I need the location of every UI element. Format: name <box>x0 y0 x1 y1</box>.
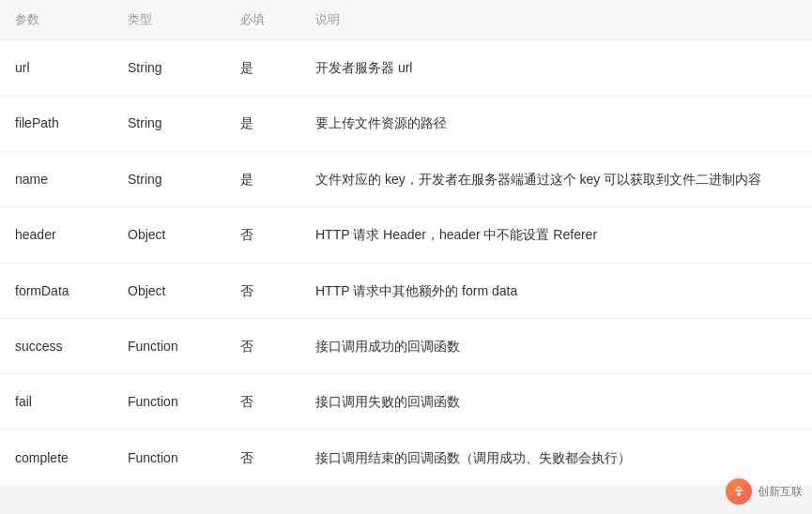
cell-type: Function <box>113 374 225 430</box>
cell-required: 是 <box>225 96 300 151</box>
cell-required: 否 <box>225 374 300 430</box>
cell-required: 否 <box>225 430 300 485</box>
cell-param: header <box>0 207 113 263</box>
cell-param: formData <box>0 263 113 318</box>
cell-desc: HTTP 请求 Header，header 中不能设置 Referer <box>300 207 812 263</box>
cell-required: 是 <box>225 40 300 96</box>
cell-param: success <box>0 318 113 373</box>
cell-param: fail <box>0 374 113 430</box>
cell-desc: 开发者服务器 url <box>300 40 812 96</box>
watermark-logo <box>726 478 752 505</box>
table-row: failFunction否接口调用失败的回调函数 <box>0 374 812 430</box>
api-params-table: 参数 类型 必填 说明 urlString是开发者服务器 urlfilePath… <box>0 0 812 485</box>
cell-desc: 要上传文件资源的路径 <box>300 96 812 151</box>
watermark-text: 创新互联 <box>758 484 803 500</box>
table-row: nameString是文件对应的 key，开发者在服务器端通过这个 key 可以… <box>0 151 812 206</box>
cell-required: 否 <box>225 263 300 318</box>
cell-param: url <box>0 40 113 96</box>
cell-param: name <box>0 151 113 206</box>
cell-type: String <box>113 151 225 206</box>
header-required: 必填 <box>225 0 300 40</box>
cell-required: 是 <box>225 151 300 206</box>
header-param: 参数 <box>0 0 113 40</box>
cell-type: String <box>113 40 225 96</box>
cell-desc: HTTP 请求中其他额外的 form data <box>300 263 812 318</box>
cell-type: Function <box>113 430 225 485</box>
cell-type: Function <box>113 318 225 373</box>
header-desc: 说明 <box>300 0 812 40</box>
header-type: 类型 <box>113 0 225 40</box>
cell-type: Object <box>113 263 225 318</box>
cell-desc: 接口调用失败的回调函数 <box>300 374 812 430</box>
watermark: 创新互联 <box>726 478 803 505</box>
cell-type: String <box>113 96 225 151</box>
table-row: filePathString是要上传文件资源的路径 <box>0 96 812 151</box>
table-row: completeFunction否接口调用结束的回调函数（调用成功、失败都会执行… <box>0 430 812 485</box>
cell-desc: 接口调用结束的回调函数（调用成功、失败都会执行） <box>300 430 812 485</box>
cell-param: complete <box>0 430 113 485</box>
table-row: formDataObject否HTTP 请求中其他额外的 form data <box>0 263 812 318</box>
svg-point-0 <box>737 492 741 496</box>
cell-param: filePath <box>0 96 113 151</box>
cell-type: Object <box>113 207 225 263</box>
cell-required: 否 <box>225 318 300 373</box>
cell-desc: 接口调用成功的回调函数 <box>300 318 812 373</box>
cell-required: 否 <box>225 207 300 263</box>
table-row: headerObject否HTTP 请求 Header，header 中不能设置… <box>0 207 812 263</box>
cell-desc: 文件对应的 key，开发者在服务器端通过这个 key 可以获取到文件二进制内容 <box>300 151 812 206</box>
table-header-row: 参数 类型 必填 说明 <box>0 0 812 40</box>
table-row: urlString是开发者服务器 url <box>0 40 812 96</box>
table-row: successFunction否接口调用成功的回调函数 <box>0 318 812 373</box>
